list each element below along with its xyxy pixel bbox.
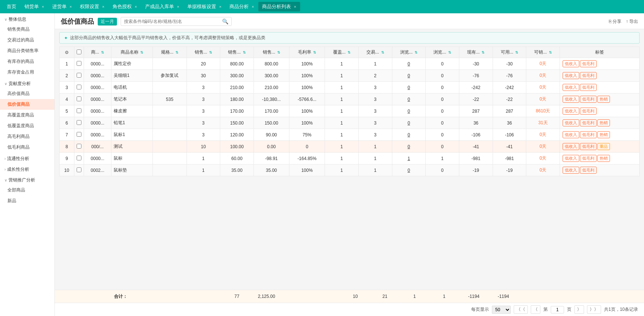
browse-link[interactable]: 0 <box>407 61 410 67</box>
sidebar-item-high-profit[interactable]: 高毛利商品 <box>0 131 54 142</box>
browse-link[interactable]: 0 <box>407 168 410 173</box>
nav-roles-close[interactable]: × <box>135 4 137 9</box>
nav-sales-close[interactable]: × <box>42 4 44 9</box>
nav-goods-list-close[interactable]: × <box>294 4 296 9</box>
sidebar-item-low-profit[interactable]: 低毛利商品 <box>0 142 54 153</box>
col-sale-days[interactable]: 可销... ⇅ <box>526 47 560 58</box>
col-spec[interactable]: 规格... ⇅ <box>152 47 187 58</box>
row-gross: 0 <box>289 141 325 153</box>
row-checkbox[interactable] <box>77 73 81 78</box>
nav-goods-analysis[interactable]: 商品分析 × <box>226 2 258 11</box>
col-browse2[interactable]: 浏览... ⇅ <box>426 47 459 58</box>
col-code[interactable]: 商... ⇅ <box>84 47 111 58</box>
prev-page-button[interactable]: 〈 <box>531 305 540 314</box>
sidebar-item-stock-capital[interactable]: 库存资金占用 <box>0 67 54 78</box>
sidebar-item-all-goods[interactable]: 全部商品 <box>0 185 54 196</box>
nav-goods-analysis-close[interactable]: × <box>252 4 254 9</box>
col-name[interactable]: 商品名称 ⇅ <box>111 47 153 58</box>
browse-link[interactable]: 0 <box>407 73 410 78</box>
col-qty[interactable]: 销售... ⇅ <box>187 47 220 58</box>
row-browse1[interactable]: 0 <box>392 58 426 70</box>
browse-link[interactable]: 0 <box>407 144 410 149</box>
row-checkbox[interactable] <box>77 96 81 101</box>
sidebar-item-new-goods[interactable]: 新品 <box>0 196 54 206</box>
sidebar-item-sales-goods[interactable]: 销售类商品 <box>0 24 54 35</box>
row-browse1[interactable]: 0 <box>392 117 426 129</box>
sidebar-item-high-coverage[interactable]: 高覆盖度商品 <box>0 110 54 120</box>
nav-sales[interactable]: 销货单 × <box>21 2 48 11</box>
last-page-button[interactable]: 〉〉 <box>587 305 601 314</box>
col-avail[interactable]: 可用... ⇅ <box>493 47 526 58</box>
search-icon[interactable]: 🔍 <box>222 18 228 24</box>
sidebar-item-low-value[interactable]: 低价值商品 <box>0 99 54 110</box>
browse-link[interactable]: 0 <box>407 132 410 137</box>
browse-link[interactable]: 1 <box>407 156 410 161</box>
sidebar-group-growth[interactable]: › 成长性分析 <box>0 163 54 174</box>
nav-goods-list[interactable]: 商品分析列表 × <box>258 2 300 11</box>
row-checkbox[interactable] <box>77 85 81 89</box>
row-checkbox[interactable] <box>77 144 81 149</box>
row-code: 0000... <box>84 153 111 164</box>
nav-purchase[interactable]: 进货单 × <box>48 2 76 11</box>
nav-template[interactable]: 单据模板设置 × <box>184 2 225 11</box>
row-browse1[interactable]: 0 <box>392 94 426 105</box>
col-gear[interactable]: ⚙ <box>60 47 74 58</box>
row-browse1[interactable]: 0 <box>392 141 426 153</box>
sidebar-item-high-value[interactable]: 高价值商品 <box>0 88 54 99</box>
nav-inventory-close[interactable]: × <box>177 4 179 9</box>
sidebar-item-low-coverage[interactable]: 低覆盖度商品 <box>0 120 54 131</box>
col-stock[interactable]: 现有... ⇅ <box>459 47 493 58</box>
first-page-button[interactable]: 〈〈 <box>514 305 528 314</box>
nav-purchase-close[interactable]: × <box>70 4 72 9</box>
row-checkbox[interactable] <box>77 167 81 172</box>
row-checkbox[interactable] <box>77 108 81 113</box>
row-browse1[interactable]: 1 <box>392 153 426 164</box>
nav-roles[interactable]: 角色授权 × <box>109 2 141 11</box>
sidebar-group-contribution[interactable]: ∨ 贡献度分析 <box>0 78 54 88</box>
page-number-input[interactable] <box>551 306 564 313</box>
row-checkbox[interactable] <box>77 61 81 66</box>
row-browse1[interactable]: 0 <box>392 70 426 82</box>
gear-icon[interactable]: ⚙ <box>65 50 69 55</box>
browse-link[interactable]: 0 <box>407 109 410 114</box>
sidebar-item-traded-goods[interactable]: 交易过的商品 <box>0 35 54 45</box>
sidebar-group-overall[interactable]: ∨ 整体信息 <box>0 13 54 24</box>
filter-tag-button[interactable]: 近一月 <box>98 18 117 26</box>
nav-permissions[interactable]: 权限设置 × <box>76 2 108 11</box>
row-checkbox[interactable] <box>77 132 81 137</box>
col-trade[interactable]: 交易... ⇅ <box>359 47 392 58</box>
browse-link[interactable]: 0 <box>407 120 410 126</box>
col-sale2[interactable]: 销售... ⇅ <box>254 47 289 58</box>
tag-badge: 低收入 <box>563 131 579 138</box>
row-browse1[interactable]: 0 <box>392 105 426 117</box>
page-size-select[interactable]: 50 100 <box>492 306 511 314</box>
total-coverage: 10 <box>341 292 370 300</box>
col-gross[interactable]: 毛利率 ⇅ <box>289 47 325 58</box>
col-browse1[interactable]: 浏览... ⇅ <box>392 47 426 58</box>
table-row: 9 0000... 鼠标 1 60.00 -98.91 -164.85% 1 1… <box>60 153 640 164</box>
col-coverage[interactable]: 覆盖... ⇅ <box>325 47 359 58</box>
sidebar-group-marketing[interactable]: ∨ 营销推广分析 <box>0 174 54 185</box>
share-button[interactable]: ⎘ 分享 <box>609 18 621 25</box>
sidebar-item-category-sales-rate[interactable]: 商品分类销售率 <box>0 45 54 56</box>
row-checkbox[interactable] <box>77 156 81 160</box>
sidebar-item-stock-goods[interactable]: 有库存的商品 <box>0 56 54 67</box>
export-button[interactable]: ↑ 导出 <box>626 18 638 25</box>
nav-permissions-close[interactable]: × <box>102 4 104 9</box>
select-all-checkbox[interactable] <box>77 50 81 54</box>
row-browse1[interactable]: 0 <box>392 129 426 141</box>
browse-link[interactable]: 0 <box>407 85 410 90</box>
nav-inventory[interactable]: 产成品入库单 × <box>141 2 183 11</box>
search-input[interactable] <box>124 19 221 24</box>
row-browse1[interactable]: 0 <box>392 82 426 94</box>
browse-link[interactable]: 0 <box>407 97 410 102</box>
col-tags: 标签 <box>560 47 639 58</box>
row-checkbox[interactable] <box>77 120 81 125</box>
row-qty: 1 <box>187 153 220 164</box>
row-browse1[interactable]: 0 <box>392 164 426 176</box>
col-sale1[interactable]: 销售... ⇅ <box>220 47 254 58</box>
nav-template-close[interactable]: × <box>219 4 221 9</box>
next-page-button[interactable]: 〉 <box>574 305 584 314</box>
sidebar-group-circulation[interactable]: › 流通性分析 <box>0 153 54 163</box>
nav-home[interactable]: 首页 <box>3 2 20 11</box>
